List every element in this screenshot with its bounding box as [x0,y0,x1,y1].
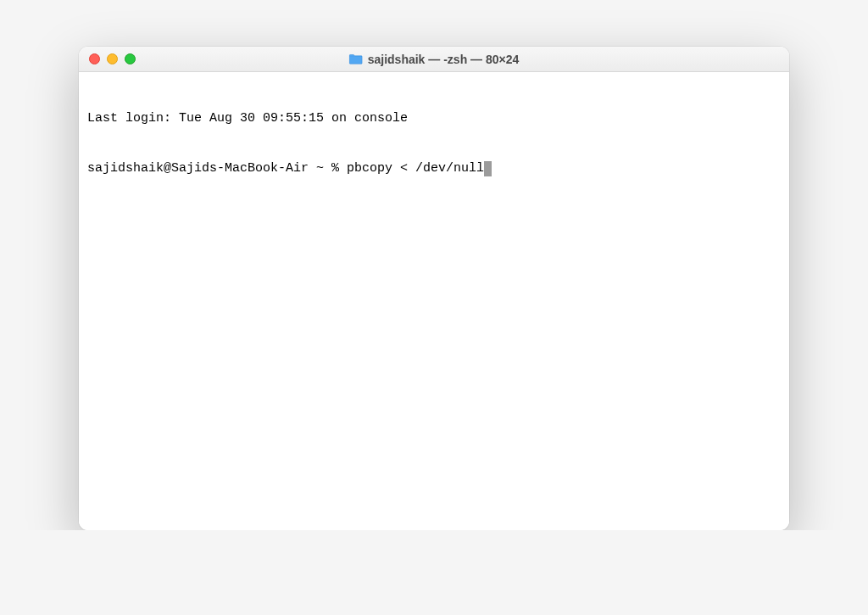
window-title: sajidshaik — -zsh — 80×24 [368,53,520,66]
cursor [484,161,492,176]
window-title-group: sajidshaik — -zsh — 80×24 [349,53,520,66]
command-input[interactable]: pbcopy < /dev/null [347,160,484,177]
folder-icon [349,53,363,64]
prompt-line: sajidshaik@Sajids-MacBook-Air ~ % pbcopy… [87,160,781,177]
last-login-line: Last login: Tue Aug 30 09:55:15 on conso… [87,110,781,127]
minimize-button[interactable] [107,53,118,64]
traffic-lights [89,53,136,64]
terminal-body[interactable]: Last login: Tue Aug 30 09:55:15 on conso… [79,72,789,530]
zoom-button[interactable] [125,53,136,64]
close-button[interactable] [89,53,100,64]
window-titlebar[interactable]: sajidshaik — -zsh — 80×24 [79,47,789,72]
terminal-window: sajidshaik — -zsh — 80×24 Last login: Tu… [79,47,789,530]
shell-prompt: sajidshaik@Sajids-MacBook-Air ~ % [87,160,347,177]
